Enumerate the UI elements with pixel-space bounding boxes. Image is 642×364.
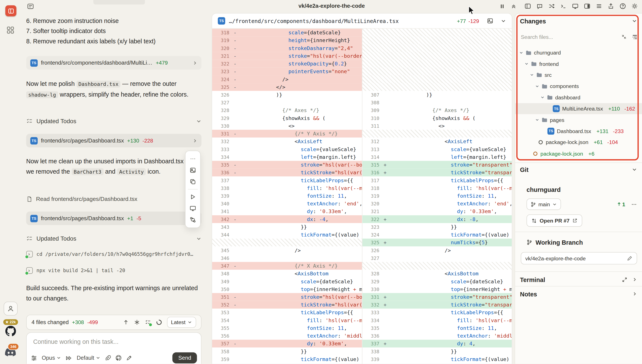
terminal-command-row[interactable]: cd /private/var/folders/10/h7w0q46556ggr…: [26, 249, 201, 259]
chevron-down-icon[interactable]: [632, 18, 637, 24]
file-change-card[interactable]: TS frontend/src/pages/Dashboard.tsx +130…: [26, 134, 201, 148]
mode-dropdown[interactable]: Default: [77, 355, 100, 361]
share-icon[interactable]: [608, 3, 614, 10]
pen-icon[interactable]: [126, 355, 132, 361]
file-tree-row[interactable]: src: [515, 70, 642, 81]
chat-bubble-icon[interactable]: [536, 3, 543, 10]
file-tree-row[interactable]: components: [515, 81, 642, 92]
terminal-chip-icon: [26, 267, 33, 274]
diff-row: 354 fill: 'hsl(var(--muted-foreground))': [212, 316, 362, 324]
git-branch-icon: [530, 202, 536, 207]
workspace-icon[interactable]: [5, 5, 16, 16]
settings-gear-icon[interactable]: [631, 3, 638, 10]
removed-count: -104: [607, 139, 618, 146]
chevron-down-icon: [535, 84, 539, 88]
file-tree-row[interactable]: package-lock.json+6: [515, 148, 642, 159]
todos-status-icon[interactable]: [145, 319, 151, 325]
chevron-down-icon: [196, 118, 201, 124]
panel-left-icon[interactable]: [524, 3, 531, 10]
collapse-chevrons-icon[interactable]: [511, 3, 517, 9]
chevron-right-icon: [192, 60, 197, 65]
menu-icon[interactable]: [596, 3, 602, 10]
file-change-card[interactable]: TS frontend/src/pages/Dashboard.tsx +1 -…: [26, 212, 201, 225]
file-tree-row[interactable]: package-lock.json+61-104: [515, 137, 642, 148]
terminal-section-header[interactable]: Terminal: [520, 274, 637, 285]
pr-label: Open PR #7: [539, 218, 569, 224]
collapse-tree-icon[interactable]: [621, 34, 627, 40]
sparkle-icon[interactable]: [134, 319, 140, 325]
diff-row: 358 }}: [212, 348, 362, 355]
split-view-icon[interactable]: [487, 18, 493, 24]
typescript-icon: TS: [30, 137, 38, 144]
help-icon[interactable]: [619, 3, 626, 10]
model-label: Opus: [42, 355, 55, 361]
diff-row: 322- strokeOpacity={0.2}: [212, 60, 362, 68]
notes-section-header[interactable]: Notes: [520, 288, 637, 299]
monitor-icon[interactable]: [572, 3, 579, 10]
added-count: +130: [127, 138, 139, 144]
file-tree-row[interactable]: dashboard: [515, 92, 642, 103]
diff-row: 338 fill: 'hsl(var(--muted-foreground))': [212, 184, 362, 192]
chevron-right-icon[interactable]: [632, 292, 637, 296]
github-icon[interactable]: [5, 326, 16, 336]
panel-right-icon[interactable]: [584, 3, 590, 10]
diff-row: [362, 83, 512, 91]
diff-row: 330 <>: [212, 122, 362, 130]
working-branch-field[interactable]: vk/4e2a-explore-the-code: [521, 252, 637, 264]
diff-row: 359 tickFormat={(value): [212, 355, 362, 363]
file-tree-row[interactable]: TSMultiLineArea.tsx+110-162: [515, 103, 642, 114]
more-options-icon[interactable]: [631, 201, 637, 207]
version-dropdown[interactable]: Latest: [167, 317, 196, 328]
copy-icon[interactable]: [187, 176, 198, 187]
pause-icon[interactable]: [499, 3, 505, 9]
terminal-command-row[interactable]: npx vite build 2>&1 | tail -20: [26, 266, 201, 276]
truncated-message-chip: [93, 0, 145, 4]
chevron-down-icon: [519, 51, 523, 55]
chevron-right-icon[interactable]: [632, 277, 637, 282]
git-section-header[interactable]: Git: [520, 164, 637, 175]
send-button[interactable]: Send: [173, 352, 197, 363]
terminal-icon[interactable]: [560, 3, 567, 10]
attach-icon[interactable]: [105, 355, 111, 361]
shuffle-icon[interactable]: [548, 3, 555, 10]
monitor-icon[interactable]: [187, 203, 198, 214]
updated-todos-row[interactable]: Updated Todos: [26, 233, 201, 244]
fast-forward-icon[interactable]: [66, 354, 72, 361]
grid-view-icon[interactable]: [6, 26, 15, 34]
message-input[interactable]: [33, 338, 197, 345]
screenshot-icon[interactable]: [187, 165, 198, 176]
file-tree-row[interactable]: pages: [515, 114, 642, 126]
file-change-card[interactable]: TS frontend/src/components/dashboard/Mul…: [26, 56, 201, 70]
scroll-up-icon[interactable]: [123, 319, 129, 325]
diff-row: 326 )}: [212, 91, 362, 98]
edit-pencil-icon[interactable]: [627, 256, 632, 261]
file-tree-row[interactable]: frontend: [515, 58, 642, 70]
sliders-icon[interactable]: [31, 354, 37, 361]
expand-icon[interactable]: [622, 277, 627, 282]
account-icon[interactable]: [4, 302, 18, 316]
chevron-down-icon: [196, 236, 201, 241]
tree-view-icon[interactable]: [632, 34, 638, 40]
diff-row: 330 top={innerHeight + margin.top}: [362, 285, 512, 293]
diff-left-column: 318- scale={dateScale}319- height={inner…: [212, 28, 362, 364]
file-tree-row[interactable]: TSDashboard.tsx+131-233: [515, 126, 642, 137]
updated-todos-row[interactable]: Updated Todos: [26, 116, 201, 127]
model-dropdown[interactable]: Opus: [42, 355, 61, 361]
document-icon: [26, 196, 33, 202]
removed-total: -499: [87, 319, 98, 325]
diff-row: 318 fill: 'hsl(var(--muted-foreground))': [362, 184, 512, 192]
file-tree-row[interactable]: churnguard: [515, 47, 642, 58]
branch-selector[interactable]: main: [526, 198, 561, 210]
git-compare-icon[interactable]: [187, 214, 198, 225]
changes-status-bar[interactable]: 4 files changed +308 -499 Latest: [26, 315, 201, 330]
repo-name-row: churnguard: [526, 185, 637, 194]
collapse-diff-icon[interactable]: [501, 18, 506, 24]
diff-row: 352- tickStroke="hsl(var(--border))": [212, 301, 362, 309]
play-icon[interactable]: [187, 192, 198, 202]
more-options-icon[interactable]: [187, 154, 198, 164]
github-icon[interactable]: [116, 355, 122, 361]
diff-row: [362, 262, 512, 270]
open-pr-button[interactable]: Open PR #7: [526, 214, 582, 227]
search-files-input[interactable]: [520, 33, 616, 40]
read-file-row[interactable]: Read frontend/src/pages/Dashboard.tsx: [26, 194, 201, 204]
